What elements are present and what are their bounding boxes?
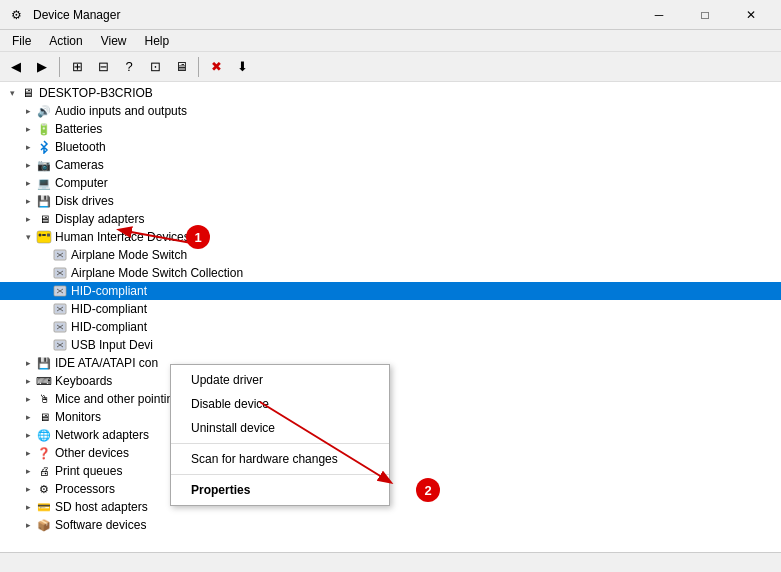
close-button[interactable]: ✕	[729, 1, 773, 29]
network-expander[interactable]	[20, 427, 36, 443]
computer-icon: 💻	[36, 175, 52, 191]
batteries-label: Batteries	[55, 122, 102, 136]
menu-view[interactable]: View	[93, 32, 135, 50]
sd-icon: 💳	[36, 499, 52, 515]
airplane-switch-label: Airplane Mode Switch	[71, 248, 187, 262]
minimize-button[interactable]: ─	[637, 1, 681, 29]
maximize-button[interactable]: □	[683, 1, 727, 29]
tree-item-disk[interactable]: 💾 Disk drives	[0, 192, 781, 210]
airplane-switch-expander	[36, 247, 52, 263]
hid1-icon	[52, 283, 68, 299]
toolbar-install[interactable]: ⬇	[230, 55, 254, 79]
hid2-icon	[52, 301, 68, 317]
ide-expander[interactable]	[20, 355, 36, 371]
menu-action[interactable]: Action	[41, 32, 90, 50]
tree-item-monitors[interactable]: 🖥 Monitors	[0, 408, 781, 426]
hid1-label: HID-compliant	[71, 284, 147, 298]
tree-item-batteries[interactable]: 🔋 Batteries	[0, 120, 781, 138]
tree-item-ide[interactable]: 💾 IDE ATA/ATAPI con	[0, 354, 781, 372]
airplane-collection-icon	[52, 265, 68, 281]
sd-expander[interactable]	[20, 499, 36, 515]
print-icon: 🖨	[36, 463, 52, 479]
tree-item-usb[interactable]: USB Input Devi	[0, 336, 781, 354]
mice-expander[interactable]	[20, 391, 36, 407]
cameras-icon: 📷	[36, 157, 52, 173]
tree-item-display[interactable]: 🖥 Display adapters	[0, 210, 781, 228]
window-title: Device Manager	[33, 8, 120, 22]
menu-help[interactable]: Help	[137, 32, 178, 50]
context-scan-hardware[interactable]: Scan for hardware changes	[171, 447, 389, 471]
tree-item-print[interactable]: 🖨 Print queues	[0, 462, 781, 480]
display-icon: 🖥	[36, 211, 52, 227]
tree-item-hid1[interactable]: HID-compliant	[0, 282, 781, 300]
hid-label: Human Interface Devices	[55, 230, 190, 244]
cameras-label: Cameras	[55, 158, 104, 172]
display-expander[interactable]	[20, 211, 36, 227]
tree-item-other[interactable]: ❓ Other devices	[0, 444, 781, 462]
tree-item-keyboards[interactable]: ⌨ Keyboards	[0, 372, 781, 390]
tree-item-processors[interactable]: ⚙ Processors	[0, 480, 781, 498]
tree-item-sd[interactable]: 💳 SD host adapters	[0, 498, 781, 516]
toolbar-view[interactable]: ⊡	[143, 55, 167, 79]
disk-expander[interactable]	[20, 193, 36, 209]
tree-item-audio[interactable]: 🔊 Audio inputs and outputs	[0, 102, 781, 120]
tree-item-hid[interactable]: Human Interface Devices	[0, 228, 781, 246]
toolbar-expand[interactable]: ⊞	[65, 55, 89, 79]
bluetooth-label: Bluetooth	[55, 140, 106, 154]
keyboards-label: Keyboards	[55, 374, 112, 388]
toolbar-help[interactable]: ?	[117, 55, 141, 79]
print-expander[interactable]	[20, 463, 36, 479]
context-uninstall-device[interactable]: Uninstall device	[171, 416, 389, 440]
context-sep	[171, 443, 389, 444]
tree-item-mice[interactable]: 🖱 Mice and other pointing devices	[0, 390, 781, 408]
monitors-expander[interactable]	[20, 409, 36, 425]
toolbar-forward[interactable]: ▶	[30, 55, 54, 79]
tree-item-airplane-collection[interactable]: Airplane Mode Switch Collection	[0, 264, 781, 282]
other-expander[interactable]	[20, 445, 36, 461]
ide-icon: 💾	[36, 355, 52, 371]
processors-expander[interactable]	[20, 481, 36, 497]
tree-item-computer[interactable]: 💻 Computer	[0, 174, 781, 192]
tree-root[interactable]: 🖥 DESKTOP-B3CRIOB	[0, 84, 781, 102]
bluetooth-expander[interactable]	[20, 139, 36, 155]
tree-item-software[interactable]: 📦 Software devices	[0, 516, 781, 534]
hid-expander[interactable]	[20, 229, 36, 245]
tree-item-cameras[interactable]: 📷 Cameras	[0, 156, 781, 174]
tree-item-bluetooth[interactable]: Bluetooth	[0, 138, 781, 156]
tree-item-hid2[interactable]: HID-compliant	[0, 300, 781, 318]
context-update-driver[interactable]: Update driver	[171, 368, 389, 392]
software-icon: 📦	[36, 517, 52, 533]
context-properties[interactable]: Properties	[171, 478, 389, 502]
usb-expander	[36, 337, 52, 353]
keyboards-expander[interactable]	[20, 373, 36, 389]
menu-bar: File Action View Help	[0, 30, 781, 52]
toolbar-collapse[interactable]: ⊟	[91, 55, 115, 79]
hid3-expander	[36, 319, 52, 335]
context-disable-device[interactable]: Disable device	[171, 392, 389, 416]
audio-icon: 🔊	[36, 103, 52, 119]
toolbar-sep-2	[198, 57, 199, 77]
tree-item-network[interactable]: 🌐 Network adapters	[0, 426, 781, 444]
toolbar-back[interactable]: ◀	[4, 55, 28, 79]
airplane-collection-expander	[36, 265, 52, 281]
svg-rect-2	[42, 234, 46, 236]
airplane-collection-label: Airplane Mode Switch Collection	[71, 266, 243, 280]
main-area: 🖥 DESKTOP-B3CRIOB 🔊 Audio inputs and out…	[0, 82, 781, 552]
toolbar-monitor[interactable]: 🖥	[169, 55, 193, 79]
root-expander[interactable]	[4, 85, 20, 101]
keyboards-icon: ⌨	[36, 373, 52, 389]
toolbar-remove[interactable]: ✖	[204, 55, 228, 79]
window-controls: ─ □ ✕	[637, 1, 773, 29]
audio-expander[interactable]	[20, 103, 36, 119]
device-tree[interactable]: 🖥 DESKTOP-B3CRIOB 🔊 Audio inputs and out…	[0, 82, 781, 552]
other-label: Other devices	[55, 446, 129, 460]
tree-item-hid3[interactable]: HID-compliant	[0, 318, 781, 336]
tree-item-airplane-switch[interactable]: Airplane Mode Switch	[0, 246, 781, 264]
status-bar	[0, 552, 781, 572]
menu-file[interactable]: File	[4, 32, 39, 50]
computer-expander[interactable]	[20, 175, 36, 191]
software-expander[interactable]	[20, 517, 36, 533]
batteries-expander[interactable]	[20, 121, 36, 137]
cameras-expander[interactable]	[20, 157, 36, 173]
disk-icon: 💾	[36, 193, 52, 209]
